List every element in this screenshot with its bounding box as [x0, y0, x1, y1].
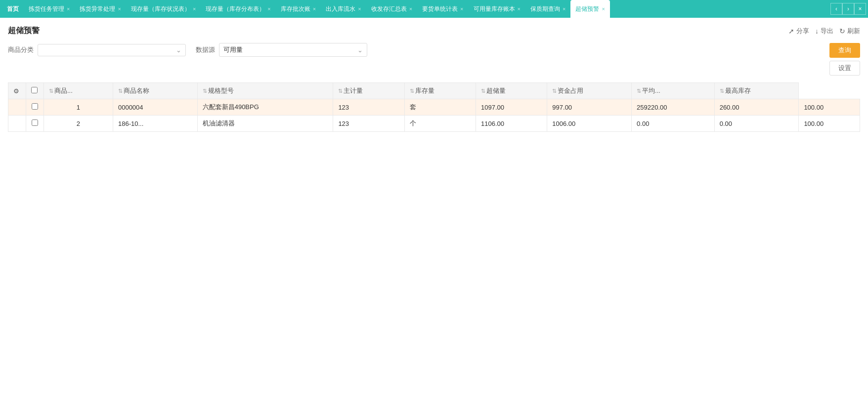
row-stock: 1097.00 — [476, 99, 547, 116]
th-checkbox[interactable] — [26, 83, 44, 99]
row-product-code: 0000004 — [113, 99, 197, 116]
row-spec: 123 — [333, 116, 404, 132]
nav-tab-available-stock[interactable]: 可用量库存账本 × — [469, 0, 525, 18]
nav-tab-requisition[interactable]: 要货单统计表 × — [417, 0, 468, 18]
close-tab-stock-status[interactable]: × — [193, 6, 196, 12]
row-num: 1 — [44, 99, 113, 116]
table-header-row: ⚙ ⇅商品... ⇅商品名称 ⇅规格型号 ⇅主计量 ⇅库存量 — [8, 83, 860, 99]
row-avg: 0.00 — [714, 116, 799, 132]
nav-tab-batch-account[interactable]: 库存批次账 × — [276, 0, 321, 18]
close-tab-inout-flow[interactable]: × — [358, 6, 361, 12]
close-tab-pick-tasks[interactable]: × — [67, 6, 70, 12]
sort-icon-product-code: ⇅ — [49, 88, 53, 94]
table-row: 2186-10...机油滤清器123个1106.001006.000.000.0… — [8, 116, 860, 132]
sort-icon-stock: ⇅ — [410, 88, 414, 94]
sort-icon-avg: ⇅ — [637, 88, 641, 94]
sort-icon-capital: ⇅ — [552, 88, 557, 94]
nav-tab-pick-exception[interactable]: 拣货异常处理 × — [75, 0, 126, 18]
page-title: 超储预警 — [8, 26, 40, 36]
row-unit: 套 — [404, 99, 476, 116]
nav-home[interactable]: 首页 — [2, 0, 24, 18]
row-num: 2 — [44, 116, 113, 132]
row-checkbox-2[interactable] — [32, 119, 38, 126]
close-tab-requisition[interactable]: × — [460, 6, 463, 12]
row-spec: 123 — [333, 99, 404, 116]
filter-row: 商品分类 ⌄ 数据源 可用量 ⌄ — [8, 43, 820, 57]
th-spec[interactable]: ⇅规格型号 — [197, 83, 333, 99]
th-stock[interactable]: ⇅库存量 — [404, 83, 476, 99]
sort-icon-unit: ⇅ — [338, 88, 343, 94]
close-tab-stock-dist[interactable]: × — [267, 6, 270, 12]
nav-tab-receive-send[interactable]: 收发存汇总表 × — [366, 0, 417, 18]
header-actions: ➚ 分享 ↓ 导出 ↻ 刷新 — [788, 27, 860, 36]
nav-tab-pick-tasks[interactable]: 拣货任务管理 × — [24, 0, 75, 18]
gear-icon: ⚙ — [13, 87, 19, 95]
th-gear[interactable]: ⚙ — [8, 83, 26, 99]
th-max-stock[interactable]: ⇅最高库存 — [714, 83, 799, 99]
page-content: 超储预警 ➚ 分享 ↓ 导出 ↻ 刷新 商品分类 — [0, 18, 868, 395]
filter-data-source: 数据源 可用量 ⌄ — [196, 43, 367, 57]
close-tab-receive-send[interactable]: × — [409, 6, 412, 12]
row-gear-cell — [8, 116, 26, 132]
nav-right-arrow[interactable]: › — [842, 3, 854, 15]
th-product-name[interactable]: ⇅商品名称 — [113, 83, 197, 99]
close-tab-quality-period[interactable]: × — [563, 6, 565, 12]
row-stock: 1106.00 — [476, 116, 547, 132]
top-navigation: 首页 拣货任务管理 × 拣货异常处理 × 现存量（库存状况表） × 现存量（库存… — [0, 0, 868, 18]
filter-actions: 查询 设置 — [829, 43, 860, 76]
th-avg[interactable]: ⇅平均... — [632, 83, 715, 99]
sort-icon-max-stock: ⇅ — [720, 88, 724, 94]
close-tab-available-stock[interactable]: × — [518, 6, 521, 12]
close-tab-batch-account[interactable]: × — [313, 6, 316, 12]
row-avg: 260.00 — [714, 99, 799, 116]
sort-icon-product-name: ⇅ — [118, 88, 123, 94]
table-row: 10000004六配套新昌490BPG123套1097.00997.002592… — [8, 99, 860, 116]
row-checkbox-1[interactable] — [32, 103, 38, 110]
export-icon: ↓ — [815, 27, 819, 35]
close-tab-pick-exception[interactable]: × — [118, 6, 121, 12]
th-unit[interactable]: ⇅主计量 — [333, 83, 404, 99]
row-unit: 个 — [404, 116, 476, 132]
nav-arrows: ‹ › × — [830, 3, 866, 15]
row-overstock: 1006.00 — [547, 116, 632, 132]
share-icon: ➚ — [788, 27, 794, 35]
nav-left-arrow[interactable]: ‹ — [830, 3, 842, 15]
nav-close-all[interactable]: × — [854, 3, 866, 15]
page-header: 超储预警 ➚ 分享 ↓ 导出 ↻ 刷新 — [8, 26, 860, 36]
row-max-stock: 100.00 — [799, 116, 860, 132]
close-tab-overstock-warning[interactable]: × — [602, 6, 605, 12]
sort-icon-spec: ⇅ — [203, 88, 207, 94]
refresh-action[interactable]: ↻ 刷新 — [839, 27, 860, 36]
nav-tab-stock-status[interactable]: 现存量（库存状况表） × — [126, 0, 201, 18]
share-action[interactable]: ➚ 分享 — [788, 27, 809, 36]
filter-product-category: 商品分类 ⌄ — [8, 44, 186, 56]
nav-tab-overstock-warning[interactable]: 超储预警 × — [570, 0, 609, 18]
th-overstock[interactable]: ⇅超储量 — [476, 83, 547, 99]
settings-button[interactable]: 设置 — [829, 61, 860, 76]
row-max-stock: 100.00 — [799, 99, 860, 116]
nav-tab-inout-flow[interactable]: 出入库流水 × — [321, 0, 366, 18]
row-checkbox-cell[interactable] — [26, 99, 44, 116]
data-table: ⚙ ⇅商品... ⇅商品名称 ⇅规格型号 ⇅主计量 ⇅库存量 — [8, 82, 860, 132]
row-overstock: 997.00 — [547, 99, 632, 116]
nav-tab-stock-dist[interactable]: 现存量（库存分布表） × — [201, 0, 275, 18]
nav-tab-quality-period[interactable]: 保质期查询 × — [525, 0, 570, 18]
th-capital[interactable]: ⇅资金占用 — [547, 83, 632, 99]
row-checkbox-cell[interactable] — [26, 116, 44, 132]
row-capital: 259220.00 — [632, 99, 715, 116]
product-category-select[interactable]: ⌄ — [38, 44, 186, 56]
chevron-down-icon-2: ⌄ — [357, 46, 363, 54]
data-source-select[interactable]: 可用量 ⌄ — [219, 43, 367, 57]
sort-icon-overstock: ⇅ — [481, 88, 485, 94]
export-action[interactable]: ↓ 导出 — [815, 27, 833, 36]
th-product-code[interactable]: ⇅商品... — [44, 83, 113, 99]
row-gear-cell — [8, 99, 26, 116]
chevron-down-icon: ⌄ — [176, 46, 181, 54]
row-capital: 0.00 — [632, 116, 715, 132]
query-button[interactable]: 查询 — [829, 43, 860, 58]
select-all-checkbox[interactable] — [31, 87, 38, 93]
row-product-code: 186-10... — [113, 116, 197, 132]
row-product-name: 六配套新昌490BPG — [197, 99, 333, 116]
row-product-name: 机油滤清器 — [197, 116, 333, 132]
refresh-icon: ↻ — [839, 27, 845, 35]
